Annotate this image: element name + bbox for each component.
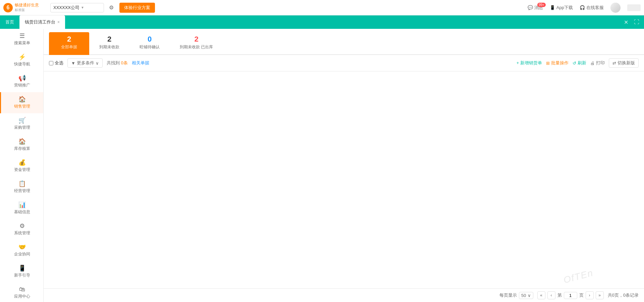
sidebar-label-search-menu: 搜索菜单: [14, 40, 30, 46]
sidebar-label-basic-info: 基础信息: [14, 209, 30, 215]
nav-tabs: 首页 钱货日清工作台 × ✕ ⛶: [0, 15, 644, 29]
sidebar-label-finance: 资金管理: [14, 167, 30, 173]
system-icon: ⚙: [19, 223, 25, 229]
stat-label-wangpu: 旺铺待确认: [140, 44, 160, 50]
sidebar-item-sales[interactable]: 🏠 销售管理: [0, 92, 43, 113]
stat-tab-wangpu[interactable]: 0 旺铺待确认: [129, 32, 170, 55]
sidebar-item-app-center[interactable]: 🛍 应用中心: [0, 282, 43, 302]
prev-page-button[interactable]: ‹: [547, 291, 555, 299]
tab-active[interactable]: 钱货日清工作台 ×: [19, 15, 65, 29]
toolbar-right: + 新增销货单 ⊞ 批量操作 ↺ 刷新 🖨 打印 ⇄ 切换新版: [517, 58, 639, 68]
sidebar-item-purchase[interactable]: 🛒 采购管理: [0, 113, 43, 134]
top-header: 6 畅捷通好生意 标准版 XXXXXX公司 ▼ ⚙ 体验行业方案 💬 消息 99…: [0, 0, 644, 15]
found-prefix: 共找到: [107, 60, 120, 65]
sidebar-label-purchase: 采购管理: [14, 125, 30, 130]
switch-icon: ⇄: [612, 61, 616, 66]
online-service-button[interactable]: 🎧 在线客服: [580, 5, 604, 11]
company-name: XXXXXX公司: [53, 5, 79, 11]
sidebar-label-app-center: 应用中心: [14, 294, 30, 299]
per-page-value: 50: [521, 293, 526, 298]
company-selector[interactable]: XXXXXX公司 ▼: [50, 3, 104, 12]
logo-sub: 标准版: [15, 8, 39, 12]
logo-text-area: 畅捷通好生意 标准版: [15, 3, 39, 13]
page-label: 第: [557, 292, 562, 298]
sidebar-item-guide[interactable]: 📱 新手引导: [0, 261, 43, 282]
avatar[interactable]: [610, 3, 621, 13]
logo-symbol: 6: [7, 5, 10, 11]
service-icon: 🎧: [580, 5, 585, 10]
marketing-icon: 📢: [18, 75, 26, 81]
per-page-label: 每页显示: [499, 292, 517, 298]
content-area: 2 全部单据 2 到期未收款 0 旺铺待确认 2 到期未收款 已出库 全选: [44, 29, 644, 302]
tab-maximize-button[interactable]: ⛶: [633, 18, 641, 26]
avatar-image: [610, 3, 621, 13]
refresh-button[interactable]: ↺ 刷新: [573, 60, 586, 66]
sidebar-item-operation[interactable]: 📋 经营管理: [0, 177, 43, 198]
app-download-button[interactable]: 📱 App下载: [550, 5, 573, 11]
logo-area: 6 畅捷通好生意 标准版: [3, 3, 47, 13]
tab-home[interactable]: 首页: [0, 15, 19, 29]
stat-label-overdue-out: 到期未收款 已出库: [180, 44, 213, 50]
table-area: [44, 71, 644, 288]
settings-button[interactable]: ⚙: [106, 2, 117, 13]
messages-button[interactable]: 💬 消息 99+: [528, 5, 543, 11]
stat-number-wangpu: 0: [148, 35, 152, 44]
per-page-chevron-icon: ∨: [528, 293, 531, 298]
batch-icon: ⊞: [546, 61, 550, 66]
select-all-checkbox[interactable]: [49, 61, 53, 65]
quick-nav-icon: ⚡: [18, 54, 26, 60]
stat-tab-overdue-out[interactable]: 2 到期未收款 已出库: [170, 32, 223, 55]
tab-close-window-button[interactable]: ✕: [622, 18, 630, 26]
sidebar-item-finance[interactable]: 💰 资金管理: [0, 156, 43, 177]
toolbar: 全选 ▼ 更多条件 ∨ 共找到 0条 相关单据 + 新增销货单 ⊞ 批量操作 ↺: [44, 55, 644, 71]
next-page-icon: ›: [589, 293, 590, 298]
last-page-button[interactable]: »: [596, 291, 604, 299]
sidebar-label-system: 系统管理: [14, 230, 30, 236]
sidebar-item-marketing[interactable]: 📢 营销推广: [0, 71, 43, 92]
inventory-icon: 🏠: [18, 138, 26, 144]
sales-icon: 🏠: [18, 96, 26, 102]
sidebar-item-search-menu[interactable]: ☰ 搜索菜单: [0, 29, 43, 50]
filter-button[interactable]: ▼ 更多条件 ∨: [67, 58, 103, 68]
chevron-down-icon: ▼: [81, 6, 84, 9]
sidebar-item-system[interactable]: ⚙ 系统管理: [0, 219, 43, 240]
stat-tab-all[interactable]: 2 全部单据: [49, 32, 89, 55]
related-link[interactable]: 相关单据: [132, 60, 149, 66]
per-page-area: 每页显示 50 ∨: [499, 292, 533, 299]
page-input[interactable]: [564, 292, 577, 299]
per-page-select[interactable]: 50 ∨: [519, 292, 533, 299]
sidebar-label-inventory: 库存核算: [14, 146, 30, 152]
add-sales-order-button[interactable]: + 新增销货单: [517, 60, 542, 66]
sidebar-item-inventory[interactable]: 🏠 库存核算: [0, 134, 43, 156]
tab-close-icon[interactable]: ×: [57, 20, 60, 24]
first-page-button[interactable]: «: [537, 291, 545, 299]
enterprise-icon: 🤝: [18, 244, 26, 250]
prev-page-icon: ‹: [551, 293, 552, 298]
header-right: 💬 消息 99+ 📱 App下载 🎧 在线客服: [528, 3, 641, 13]
last-page-icon: »: [598, 293, 601, 298]
pagination: « ‹ 第 页 › »: [537, 291, 604, 299]
operation-icon: 📋: [18, 181, 26, 187]
batch-operation-button[interactable]: ⊞ 批量操作: [546, 60, 569, 66]
sidebar-item-enterprise[interactable]: 🤝 企业协同: [0, 240, 43, 261]
switch-version-button[interactable]: ⇄ 切换新版: [609, 58, 639, 68]
found-info: 共找到 0条: [107, 60, 128, 66]
filter-chevron-icon: ∨: [96, 61, 99, 66]
filter-icon: ▼: [71, 61, 75, 66]
app-center-icon: 🛍: [19, 286, 25, 292]
active-tab-label: 钱货日清工作台: [25, 19, 55, 25]
user-name-area: [627, 4, 641, 11]
home-tab-label: 首页: [5, 19, 14, 25]
trial-button[interactable]: 体验行业方案: [119, 3, 155, 13]
stat-tab-overdue[interactable]: 2 到期未收款: [89, 32, 129, 55]
page-suffix: 页: [579, 292, 584, 298]
sidebar-item-basic-info[interactable]: 📊 基础信息: [0, 198, 43, 219]
sidebar-item-quick-nav[interactable]: ⚡ 快捷导航: [0, 50, 43, 71]
batch-label: 批量操作: [551, 60, 569, 66]
select-all-area[interactable]: 全选: [49, 60, 63, 66]
download-icon: 📱: [550, 5, 555, 10]
next-page-button[interactable]: ›: [586, 291, 594, 299]
guide-icon: 📱: [18, 265, 26, 271]
refresh-icon: ↺: [573, 61, 576, 66]
print-button[interactable]: 🖨 打印: [590, 60, 605, 66]
